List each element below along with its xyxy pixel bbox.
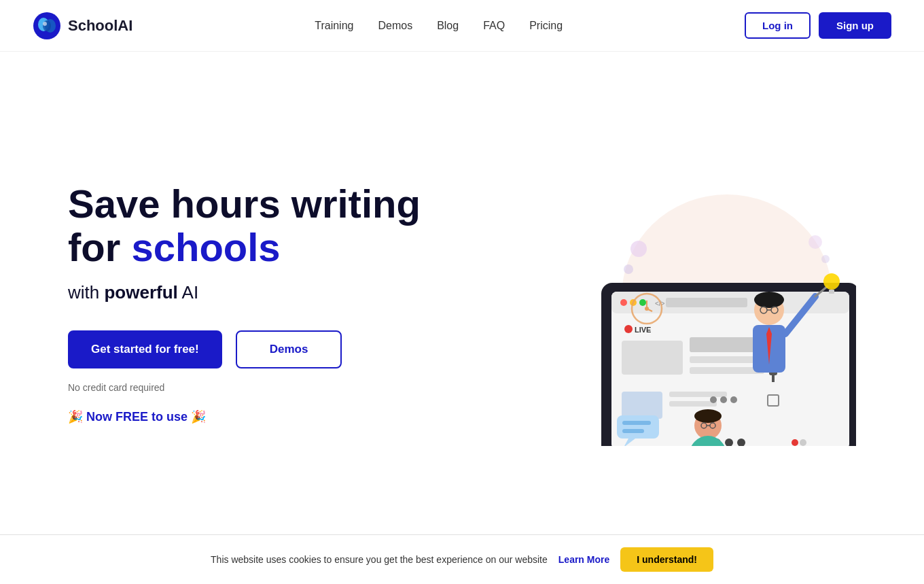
navbar: SchoolAI Training Demos Blog FAQ Pricing… — [0, 0, 924, 52]
svg-text:LIVE: LIVE — [635, 326, 651, 334]
heading-line2-plain: for — [68, 225, 131, 269]
hero-buttons: Get started for free! Demos — [68, 330, 421, 368]
svg-rect-36 — [622, 392, 662, 419]
heading-schools: schools — [131, 225, 280, 269]
svg-point-46 — [710, 396, 717, 403]
subheading-plain: with — [68, 282, 104, 303]
hero-illustration: </> LIVE — [476, 160, 856, 446]
svg-rect-37 — [669, 392, 727, 397]
svg-point-59 — [754, 292, 784, 308]
no-credit-text: No credit card required — [68, 382, 421, 393]
svg-point-70 — [694, 409, 722, 423]
hero-text-block: Save hours writing for schools with powe… — [68, 182, 421, 425]
svg-point-4 — [43, 22, 47, 26]
svg-point-8 — [808, 235, 822, 249]
nav-item-blog[interactable]: Blog — [437, 20, 459, 32]
svg-point-53 — [645, 307, 649, 311]
subheading-bold: powerful — [104, 282, 177, 303]
hero-heading: Save hours writing for schools — [68, 182, 421, 269]
get-started-button[interactable]: Get started for free! — [68, 330, 222, 368]
svg-point-25 — [620, 299, 627, 306]
svg-rect-28 — [666, 298, 747, 307]
svg-point-48 — [730, 396, 737, 403]
illustration-svg: </> LIVE — [476, 160, 856, 446]
logo-icon — [33, 12, 61, 40]
svg-rect-45 — [772, 375, 775, 382]
learn-more-link[interactable]: Learn More — [558, 554, 609, 565]
nav-item-demos[interactable]: Demos — [378, 20, 412, 32]
svg-point-9 — [821, 255, 830, 263]
nav-links: Training Demos Blog FAQ Pricing — [315, 20, 563, 32]
svg-point-30 — [624, 325, 633, 333]
svg-point-7 — [624, 264, 633, 274]
svg-point-27 — [639, 299, 646, 306]
svg-rect-68 — [829, 290, 834, 294]
svg-point-42 — [792, 439, 798, 446]
svg-point-43 — [800, 439, 806, 446]
hero-subheading: with powerful AI — [68, 282, 421, 303]
hero-section: Save hours writing for schools with powe… — [0, 52, 924, 541]
svg-rect-32 — [622, 341, 683, 375]
svg-rect-38 — [669, 401, 717, 407]
heading-line1: Save hours writing — [68, 182, 421, 226]
demos-button[interactable]: Demos — [236, 330, 342, 368]
nav-item-training[interactable]: Training — [315, 20, 353, 32]
subheading-rest: AI — [178, 282, 198, 303]
logo[interactable]: SchoolAI — [33, 12, 132, 40]
logo-label: SchoolAI — [68, 17, 132, 35]
svg-rect-54 — [617, 415, 659, 439]
accept-cookie-button[interactable]: I understand! — [620, 547, 713, 572]
svg-rect-56 — [622, 421, 651, 425]
cookie-banner: This website uses cookies to ensure you … — [0, 534, 924, 584]
nav-item-faq[interactable]: FAQ — [483, 20, 505, 32]
svg-point-47 — [720, 396, 727, 403]
free-badge: 🎉 Now FREE to use 🎉 — [68, 409, 421, 424]
signup-button[interactable]: Sign up — [819, 12, 891, 39]
login-button[interactable]: Log in — [745, 12, 811, 39]
svg-point-6 — [630, 241, 647, 257]
nav-item-pricing[interactable]: Pricing — [529, 20, 563, 32]
svg-point-67 — [823, 273, 840, 290]
svg-rect-34 — [690, 356, 758, 363]
nav-actions: Log in Sign up — [745, 12, 891, 39]
cookie-message: This website uses cookies to ensure you … — [211, 554, 548, 565]
svg-rect-57 — [622, 429, 644, 433]
